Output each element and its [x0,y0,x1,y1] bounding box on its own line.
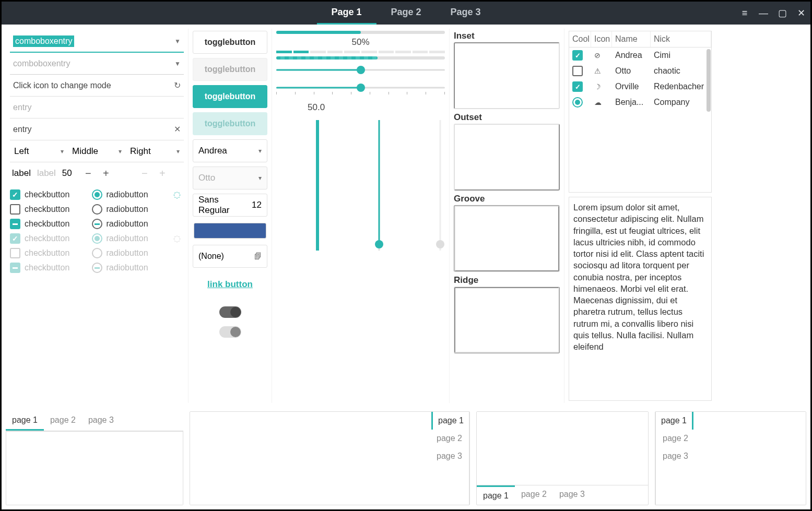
treeview[interactable]: Cool Icon Name Nick ⊘ Andrea Cimi ⚠ Otto… [569,31,712,193]
radiobutton[interactable]: radiobutton [92,189,171,200]
chevron-down-icon: ▾ [258,147,262,155]
radio-icon [92,189,102,200]
spin-label-1: label [12,168,31,179]
check-label: checkbutton [25,248,69,258]
nb-tab-3[interactable]: page 3 [553,485,591,505]
radiobutton-disabled: radiobutton [92,263,171,273]
link-button[interactable]: link button [193,272,267,297]
row-check-icon[interactable] [572,66,583,76]
left-column: comboboxentry ▼ comboboxentry ▼ Click ic… [6,29,189,403]
refresh-icon[interactable]: ↻ [174,80,181,90]
bottom-notebooks: page 1 page 2 page 3 page 1 page 2 page … [2,407,810,509]
chevron-down-icon: ▼ [174,38,181,45]
combo-value: comboboxentry [13,35,74,47]
togglebutton-active[interactable]: togglebutton [193,85,267,108]
col-header-name[interactable]: Name [612,31,651,47]
frame-label-ridge: Ridge [454,275,560,286]
scale-v2[interactable] [374,120,384,251]
dropdown-left[interactable]: Left▾ [10,140,68,162]
entry-with-clear[interactable]: entry ✕ [10,118,184,140]
radiobutton[interactable]: radiobutton [92,204,171,215]
checkbox-icon [10,233,20,244]
chevron-down-icon: ▾ [119,148,122,155]
nb-tab-2[interactable]: page 2 [44,411,82,431]
spin-label-2: label [37,168,56,179]
progress-column: 50% 50.0 [272,29,450,403]
nb-tab-3[interactable]: page 3 [656,447,693,465]
frame-groove [454,205,560,272]
scale-h2[interactable] [276,80,445,95]
check-label: checkbutton [25,190,69,199]
clear-icon[interactable]: ✕ [174,124,181,134]
nb-tab-2[interactable]: page 2 [656,430,693,447]
togglebutton-disabled: togglebutton [193,58,267,81]
row-icon: ⚠ [594,67,601,75]
close-icon[interactable]: ✕ [792,2,810,25]
table-row[interactable]: ⚠ Otto chaotic [569,63,711,79]
scale-v1[interactable] [313,120,322,251]
tab-page-1[interactable]: Page 1 [316,2,376,25]
stepper-minus-icon[interactable]: − [82,167,95,180]
checkbutton[interactable]: checkbutton [10,219,89,229]
hamburger-icon[interactable]: ≡ [735,2,754,25]
dropdown-middle[interactable]: Middle▾ [68,140,126,162]
col-header-nick[interactable]: Nick [651,31,711,47]
maximize-icon[interactable]: ▢ [773,2,792,25]
nb-tab-1[interactable]: page 1 [6,411,44,431]
frame-inset [454,42,560,109]
table-row[interactable]: ☁ Benja... Company [569,94,711,110]
frame-label-groove: Groove [454,194,560,204]
row-check-icon[interactable] [572,50,583,61]
table-row[interactable]: ☽ Orville Redenbacher [569,79,711,94]
row-radio-icon[interactable] [572,97,583,108]
file-chooser-button[interactable]: (None)🗐 [193,245,267,268]
dropdown-value: Andrea [198,146,227,156]
nb-tab-2[interactable]: page 2 [515,485,553,505]
cell-name: Orville [612,81,651,92]
checkbox-icon [10,219,20,229]
textview[interactable]: Lorem ipsum dolor sit amet, consectetur … [569,197,712,401]
tab-page-3[interactable]: Page 3 [436,2,496,25]
comboboxentry-disabled: comboboxentry ▼ [10,53,184,75]
titlebar: Page 1 Page 2 Page 3 ≡ — ▢ ✕ [2,2,810,25]
dropdown-right[interactable]: Right▾ [126,140,184,162]
table-row[interactable]: ⊘ Andrea Cimi [569,47,711,63]
radio-label: radiobutton [107,219,148,229]
table-header: Cool Icon Name Nick [569,31,711,47]
radio-label: radiobutton [107,205,148,214]
switch-off[interactable] [219,326,241,338]
comboboxentry-active[interactable]: comboboxentry ▼ [10,31,184,53]
mode-entry[interactable]: Click icon to change mode ↻ [10,75,184,97]
togglebutton[interactable]: togglebutton [193,31,267,54]
checkbutton[interactable]: checkbutton [10,189,89,200]
nb-tab-1[interactable]: page 1 [431,412,469,430]
scale-h1[interactable] [276,63,445,77]
row-icon: ☽ [594,82,601,91]
cell-name: Andrea [612,50,651,61]
nb-tab-1[interactable]: page 1 [477,485,515,505]
checkbutton[interactable]: checkbutton [10,204,89,215]
tab-page-2[interactable]: Page 2 [376,2,436,25]
stepper-plus-icon[interactable]: + [100,167,112,180]
switch-on[interactable] [219,306,241,318]
entry-placeholder[interactable]: entry [10,97,184,118]
font-chooser-button[interactable]: Sans Regular12 [193,194,267,217]
radio-icon [92,263,102,273]
col-header-icon[interactable]: Icon [591,31,612,47]
radiobutton[interactable]: radiobutton [92,219,171,229]
nb-tab-3[interactable]: page 3 [431,447,469,465]
dropdown-label: Right [130,146,151,157]
quantity-stepper[interactable]: 50 − + [62,167,112,180]
color-chooser-button[interactable] [194,223,266,239]
name-dropdown[interactable]: Andrea▾ [193,139,267,162]
minimize-icon[interactable]: — [754,2,773,25]
nb-tab-3[interactable]: page 3 [82,411,120,431]
row-check-icon[interactable] [572,81,583,92]
frame-ridge [454,287,560,353]
scrollbar[interactable] [707,49,711,112]
nb-tab-1[interactable]: page 1 [656,412,693,430]
nb-tab-2[interactable]: page 2 [431,430,469,447]
checkbox-icon [10,248,20,258]
checkbutton-disabled: checkbutton [10,248,89,258]
col-header-cool[interactable]: Cool [569,31,591,47]
